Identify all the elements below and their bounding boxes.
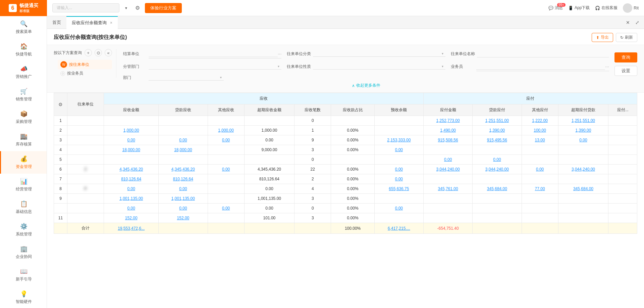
settings-gear-icon[interactable]: ⚙: [133, 3, 142, 13]
td-ar-amount[interactable]: 1,001,135.00: [104, 194, 159, 204]
td-advance-balance[interactable]: 0.00: [374, 174, 423, 184]
td-ap-loan[interactable]: 1,251,551.00: [473, 116, 522, 126]
td-ar-amount[interactable]: 152.00: [104, 213, 159, 223]
td-ap-overdue-loan[interactable]: 0.00: [558, 135, 608, 145]
sidebar-item-sales[interactable]: 🛒 销售管理: [0, 84, 47, 106]
td-ar-loan[interactable]: 0.00: [159, 204, 208, 213]
tab-ar-ap-query[interactable]: 应收应付余额查询 ×: [66, 16, 118, 29]
partner-nature-select[interactable]: ▾: [313, 63, 445, 70]
td-ar-amount[interactable]: 18,000.00: [104, 145, 159, 155]
td-ap-overdue-loan[interactable]: 1,251,551.00: [558, 116, 608, 126]
sidebar-item-system[interactable]: ⚙️ 系统管理: [0, 219, 47, 241]
table-settings-icon[interactable]: ⚙: [58, 102, 63, 107]
app-download-btn[interactable]: 📱 App下载: [568, 5, 590, 11]
td-ar-loan[interactable]: 152.00: [159, 213, 208, 223]
partner-name-input[interactable]: [477, 50, 609, 57]
td-ar-amount[interactable]: 0.00: [104, 135, 159, 145]
sidebar-item-guide[interactable]: 📖 新手引导: [0, 264, 47, 286]
td-ap-loan[interactable]: 915,495.56: [473, 135, 522, 145]
th-settings[interactable]: ⚙: [54, 93, 67, 116]
td-ar-loan[interactable]: 810,126.64: [159, 174, 208, 184]
td-ar-amount[interactable]: 0.00: [104, 184, 159, 194]
sidebar-item-enterprise[interactable]: 🏢 企业协同: [0, 241, 47, 264]
footer-advance-balance[interactable]: 6,417,215....: [374, 223, 423, 234]
dept-manager-select[interactable]: ▾: [149, 63, 281, 70]
tab-close-icon[interactable]: ×: [110, 20, 112, 25]
td-ar-loan[interactable]: 0.00: [159, 135, 208, 145]
td-ap-amount[interactable]: 0.00: [424, 155, 473, 165]
user-avatar-area[interactable]: Rit: [623, 3, 639, 13]
tab-home[interactable]: 首页: [47, 16, 66, 29]
salesperson-ellipsis[interactable]: ···: [605, 64, 609, 69]
td-advance-balance[interactable]: 2,153,333.00: [374, 135, 423, 145]
settlement-unit-ellipsis[interactable]: ···: [278, 51, 282, 56]
td-ap-amount[interactable]: 915,508.56: [424, 135, 473, 145]
td-advance-balance[interactable]: 0.00: [374, 204, 423, 213]
td-ap-other[interactable]: 13.00: [522, 135, 558, 145]
sidebar-item-marketing[interactable]: 📣 营销推广: [0, 61, 47, 84]
sidebar-item-search-menu[interactable]: 🔍 搜索菜单: [0, 16, 47, 39]
footer-ar-amount[interactable]: 19,553,472,6...: [104, 223, 159, 234]
td-ar-amount[interactable]: 0.00: [104, 204, 159, 213]
breadcrumb-search[interactable]: 请输入...: [52, 3, 119, 12]
td-ar-other[interactable]: 0.00: [208, 135, 244, 145]
filter-field-settlement: 结算单位 ···: [123, 49, 281, 58]
td-ap-loan[interactable]: 3,044,240.00: [473, 165, 522, 174]
settlement-unit-input[interactable]: [149, 50, 278, 57]
sidebar-item-operations[interactable]: 📊 经营管理: [0, 174, 47, 196]
sidebar-item-purchase[interactable]: 📦 采购管理: [0, 106, 47, 129]
td-ap-loan[interactable]: 0.00: [473, 155, 522, 165]
td-ar-other[interactable]: 1,000.00: [208, 126, 244, 135]
td-ar-loan[interactable]: 1,001,135.00: [159, 194, 208, 204]
industry-btn[interactable]: 体验行业方案: [145, 3, 182, 13]
salesperson-input[interactable]: [476, 63, 605, 70]
td-ap-overdue-loan[interactable]: 1,390.00: [558, 126, 608, 135]
td-ap-overdue-loan[interactable]: 3,044,240.00: [558, 165, 608, 174]
td-ap-other[interactable]: 100.00: [522, 126, 558, 135]
sidebar-item-smart-hw[interactable]: 💡 智能硬件: [0, 286, 47, 308]
filter-add-btn[interactable]: +: [85, 49, 92, 56]
td-ap-loan[interactable]: 345,684.00: [473, 184, 522, 194]
online-service-btn[interactable]: 🎧 在线客服: [595, 5, 618, 11]
td-advance-balance[interactable]: 0.00: [374, 165, 423, 174]
sidebar-item-base-info[interactable]: 📋 基础信息: [0, 196, 47, 219]
td-ar-loan[interactable]: 4,345,436.20: [159, 165, 208, 174]
tab-maximize-icon[interactable]: ⤢: [633, 18, 641, 27]
sidebar-item-inventory[interactable]: 🏬 库存核算: [0, 129, 47, 151]
td-ar-other[interactable]: 0.00: [208, 204, 244, 213]
partner-category-select[interactable]: ▾: [313, 51, 445, 57]
dept-select[interactable]: ▾: [149, 75, 224, 81]
collapse-more-btn[interactable]: ∧ 收起更多条件: [123, 83, 609, 88]
filter-nav-by-partner[interactable]: W 按往来单位: [58, 60, 112, 69]
breadcrumb-dropdown[interactable]: ▾: [122, 4, 130, 12]
td-ap-amount[interactable]: 1,490.00: [424, 126, 473, 135]
td-ar-amount[interactable]: 810,126.64: [104, 174, 159, 184]
filter-nav-by-staff[interactable]: 按业务员: [58, 69, 112, 78]
td-ap-amount[interactable]: 345,761.00: [424, 184, 473, 194]
td-ap-overdue-loan[interactable]: 345,684.00: [558, 184, 608, 194]
filter-settings-btn[interactable]: ⊙: [95, 49, 102, 56]
setting-btn[interactable]: 设置: [614, 66, 637, 76]
td-ar-amount[interactable]: 4,345,436.20: [104, 165, 159, 174]
td-ar-other[interactable]: 0.00: [208, 165, 244, 174]
td-ar-loan[interactable]: 0.00: [159, 184, 208, 194]
refresh-btn[interactable]: ↻ 刷新: [616, 33, 637, 42]
td-ap-amount[interactable]: 1,252,773.00: [424, 116, 473, 126]
td-ap-other[interactable]: 0.00: [522, 165, 558, 174]
td-ap-other[interactable]: 1,222.00: [522, 116, 558, 126]
td-ap-amount[interactable]: 3,044,240.00: [424, 165, 473, 174]
sidebar-item-quick-nav[interactable]: 🏠 快捷导航: [0, 39, 47, 61]
td-ar-loan[interactable]: 18,000.00: [159, 145, 208, 155]
td-advance-balance[interactable]: 0.00: [374, 145, 423, 155]
query-btn[interactable]: 查询: [614, 52, 637, 62]
td-ap-other[interactable]: 77.00: [522, 184, 558, 194]
export-btn[interactable]: ⬆ 导出: [592, 33, 613, 42]
sidebar-item-finance[interactable]: 💰 资金管理: [0, 151, 47, 174]
td-advance-balance[interactable]: 655,636.75: [374, 184, 423, 194]
td-ar-amount[interactable]: 1,000.00: [104, 126, 159, 135]
filter-collapse-btn[interactable]: «: [105, 49, 112, 56]
td-ap-loan[interactable]: 1,390.00: [473, 126, 522, 135]
messages-btn[interactable]: 💬 消息 99+: [548, 5, 563, 11]
tab-bar-actions: ✕ ⤢: [624, 18, 644, 27]
tab-close-window-icon[interactable]: ✕: [624, 18, 632, 27]
